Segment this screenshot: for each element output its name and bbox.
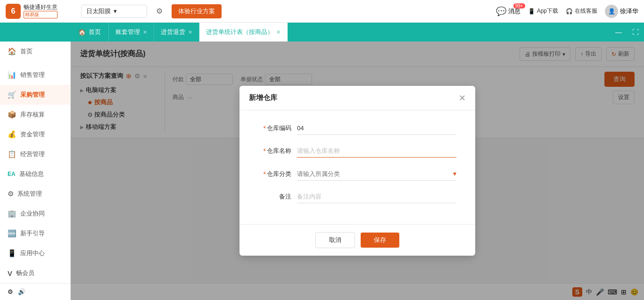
avatar: 👤 (605, 5, 618, 18)
dialog-add-warehouse: 新增仓库 ✕ * 仓库编码 * (239, 86, 475, 256)
settings-bottom-icon[interactable]: ⚙ (8, 288, 13, 295)
dialog-header: 新增仓库 ✕ (239, 86, 475, 110)
header-right: 💬 消息 99+ 📱 App下载 🎧 在线客服 👤 徐泽华 (496, 5, 638, 18)
tab-home[interactable]: 🏠 首页 (71, 23, 109, 42)
dialog-body: * 仓库编码 * 仓库名称 (239, 110, 475, 224)
required-icon: * (264, 170, 266, 178)
enterprise-icon: 🏢 (8, 209, 17, 218)
nav-tabs: 🏠 首页 账套管理 ✕ 进货退货 ✕ 进货单统计表（按商品） ✕ — ⛶ (0, 23, 644, 42)
guide-icon: 🆕 (8, 229, 17, 238)
code-input[interactable] (297, 122, 456, 135)
remark-label: 备注 (258, 192, 291, 201)
category-input[interactable] (297, 170, 453, 177)
sidebar-item-system[interactable]: ⚙ 系统管理 (0, 184, 70, 204)
minimize-icon[interactable]: — (610, 23, 627, 42)
sales-icon: 📊 (8, 71, 17, 79)
remark-input[interactable] (297, 190, 456, 203)
inventory-icon: 📦 (8, 110, 17, 119)
form-row-name: * 仓库名称 (258, 144, 456, 158)
name-input[interactable] (297, 144, 456, 158)
content-area: 进货单统计(按商品) 🖨 按模板打印 ▾ ↑ 导出 ↻ 刷新 (71, 42, 644, 300)
tab-purchase-return[interactable]: 进货退货 ✕ (154, 23, 199, 42)
logo-area: 6 畅捷通好生意 精易版 (6, 4, 76, 19)
username: 徐泽华 (620, 7, 638, 16)
sidebar-item-home[interactable]: 🏠 首页 (0, 42, 70, 61)
home-icon: 🏠 (78, 29, 86, 36)
dialog-close-icon[interactable]: ✕ (459, 94, 466, 102)
sidebar-item-guide[interactable]: 🆕 新手引导 (0, 224, 70, 243)
main-layout: 🏠 首页 📊 销售管理 🛒 采购管理 📦 库存核算 💰 资金管理 📋 经营管理 … (0, 42, 644, 300)
store-name: 日太阳膜 (86, 7, 111, 16)
home-icon: 🏠 (8, 47, 17, 56)
sidebar-item-finance[interactable]: 💰 资金管理 (0, 125, 70, 144)
top-header: 6 畅捷通好生意 精易版 日太阳膜 ▾ ⚙ 体验行业方案 💬 消息 99+ 📱 … (0, 0, 644, 23)
speaker-icon[interactable]: 🔊 (18, 288, 25, 295)
user-area[interactable]: 👤 徐泽华 (605, 5, 638, 18)
experience-button[interactable]: 体验行业方案 (172, 4, 222, 18)
tab-close-icon[interactable]: ✕ (188, 29, 192, 35)
basic-info-icon: EA (8, 171, 16, 177)
sidebar-item-enterprise[interactable]: 🏢 企业协同 (0, 204, 70, 224)
app-badge: 精易版 (24, 11, 58, 18)
sidebar-item-vip[interactable]: V 畅会员 (0, 263, 70, 283)
messages-badge: 99+ (513, 3, 525, 8)
category-chevron-icon[interactable]: ▾ (453, 170, 456, 177)
save-button[interactable]: 保存 (361, 233, 399, 248)
operations-icon: 📋 (8, 150, 17, 158)
app-name: 畅捷通好生意 (24, 4, 58, 11)
sidebar-bottom: ⚙ 🔊 (0, 283, 70, 300)
dialog-footer: 取消 保存 (239, 224, 475, 256)
cancel-button[interactable]: 取消 (315, 232, 355, 248)
tab-actions: — ⛶ (610, 23, 644, 42)
sidebar-item-sales[interactable]: 📊 销售管理 (0, 65, 70, 85)
appstore-icon: 📱 (8, 249, 17, 258)
form-row-code: * 仓库编码 (258, 122, 456, 135)
sidebar: 🏠 首页 📊 销售管理 🛒 采购管理 📦 库存核算 💰 资金管理 📋 经营管理 … (0, 42, 71, 300)
category-label: * 仓库分类 (258, 170, 291, 178)
tab-close-icon[interactable]: ✕ (276, 29, 281, 35)
headset-icon: 🎧 (566, 8, 573, 15)
required-icon: * (264, 147, 266, 155)
sidebar-item-operations[interactable]: 📋 经营管理 (0, 144, 70, 164)
settings-icon[interactable]: ⚙ (152, 4, 167, 19)
purchase-icon: 🛒 (8, 91, 17, 99)
sidebar-item-purchase[interactable]: 🛒 采购管理 (0, 85, 70, 105)
sidebar-item-basic-info[interactable]: EA 基础信息 (0, 164, 70, 184)
app-logo: 6 (6, 4, 21, 19)
code-label: * 仓库编码 (258, 124, 291, 133)
form-row-remark: 备注 (258, 190, 456, 203)
store-chevron-icon: ▾ (114, 8, 117, 15)
name-label: * 仓库名称 (258, 147, 291, 155)
finance-icon: 💰 (8, 130, 17, 139)
category-select-row: ▾ (297, 167, 456, 181)
dialog-title: 新增仓库 (249, 93, 277, 102)
phone-icon: 📱 (528, 8, 535, 15)
modal-overlay: 新增仓库 ✕ * 仓库编码 * (71, 42, 644, 300)
tab-purchase-stats[interactable]: 进货单统计表（按商品） ✕ (199, 23, 288, 42)
messages-area[interactable]: 💬 消息 99+ (496, 6, 520, 17)
tab-close-icon[interactable]: ✕ (143, 29, 147, 35)
app-download-btn[interactable]: 📱 App下载 (528, 7, 558, 15)
online-service-btn[interactable]: 🎧 在线客服 (566, 7, 597, 15)
store-selector[interactable]: 日太阳膜 ▾ (81, 5, 147, 18)
required-icon: * (264, 125, 266, 132)
tab-account[interactable]: 账套管理 ✕ (109, 23, 154, 42)
sidebar-item-inventory[interactable]: 📦 库存核算 (0, 105, 70, 125)
vip-icon: V (8, 269, 12, 277)
form-row-category: * 仓库分类 ▾ (258, 167, 456, 181)
maximize-icon[interactable]: ⛶ (627, 23, 644, 42)
sidebar-item-appstore[interactable]: 📱 应用中心 (0, 243, 70, 263)
system-icon: ⚙ (8, 190, 14, 198)
